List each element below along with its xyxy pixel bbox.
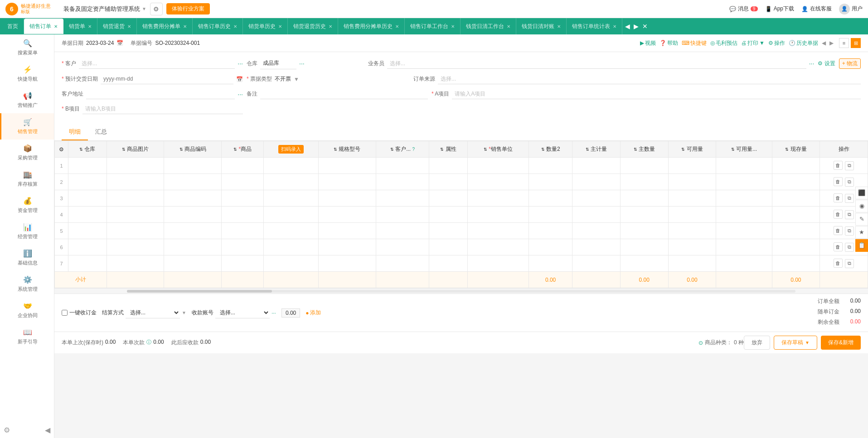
app-download-button[interactable]: 📱 App下载 (765, 5, 794, 13)
invoice-dropdown-icon[interactable]: ▼ (294, 76, 299, 82)
one-key-checkout-checkbox[interactable] (62, 310, 68, 316)
customer-input[interactable] (79, 58, 235, 69)
close-icon[interactable]: ✕ (507, 24, 510, 29)
history-button[interactable]: 🕐 历史单据 (789, 39, 818, 47)
calendar-icon[interactable]: 📅 (116, 40, 123, 46)
close-icon[interactable]: ✕ (183, 24, 187, 29)
scan-button[interactable]: 扫码录入 (278, 145, 304, 154)
shortcut-button[interactable]: ⌨ 快捷键 (682, 39, 707, 47)
print-button[interactable]: 🖨 打印 ▼ (741, 39, 765, 47)
close-icon[interactable]: ✕ (278, 24, 282, 29)
sidebar-item-system[interactable]: ⚙️ 系统管理 (0, 271, 54, 297)
sidebar-item-purchase[interactable]: 📦 采购管理 (0, 140, 54, 166)
sidebar-item-finance[interactable]: 💰 资金管理 (0, 192, 54, 218)
tab-fee-history[interactable]: 销售费用分摊单历史 ✕ (338, 18, 405, 34)
settings-button[interactable]: ⚙ (150, 3, 163, 15)
settings-link[interactable]: ⚙ 设置 (818, 58, 835, 69)
nav-prev-arrow[interactable]: ◀ (623, 23, 632, 30)
copy-row-button[interactable]: ⧉ (845, 210, 854, 219)
order-source-input[interactable] (438, 74, 861, 84)
nav-prev-icon[interactable]: ◀ (822, 40, 826, 46)
tab-detail[interactable]: 明细 (62, 124, 88, 140)
close-icon[interactable]: ✕ (395, 24, 399, 29)
col-settings[interactable]: ⚙ (55, 141, 68, 158)
copy-row-button[interactable]: ⧉ (845, 178, 854, 187)
tab-sales-bill[interactable]: 销货单 ✕ (63, 18, 97, 34)
bank-account-select[interactable]: 选择... (215, 307, 270, 318)
sidebar-item-quick-nav[interactable]: ⚡ 快捷导航 (0, 61, 54, 87)
b-project-input[interactable] (82, 104, 243, 114)
a-project-input[interactable] (452, 89, 861, 99)
copy-row-button[interactable]: ⧉ (845, 259, 854, 268)
right-panel-btn-4[interactable]: ★ (855, 226, 868, 239)
tab-order-history[interactable]: 销售订单历史 ✕ (193, 18, 243, 34)
delete-row-button[interactable]: 🗑 (834, 193, 843, 202)
settings-bottom-icon[interactable]: ⚙ (4, 426, 10, 434)
close-icon[interactable]: ✕ (557, 24, 561, 29)
column-settings-icon[interactable]: ⚙ (59, 146, 64, 153)
tab-sales-return[interactable]: 销货退货 ✕ (97, 18, 137, 34)
scroll-track[interactable] (127, 290, 795, 293)
tab-sales-order[interactable]: 销售订单 ✕ (24, 19, 63, 34)
delete-row-button[interactable]: 🗑 (834, 259, 843, 268)
add-material-button[interactable]: + 物流 (839, 58, 861, 69)
delete-row-button[interactable]: 🗑 (834, 177, 843, 186)
tab-daily-clear[interactable]: 钱货日清工作台 ✕ (461, 18, 516, 34)
save-draft-chevron[interactable]: ▼ (805, 340, 810, 345)
discard-button[interactable]: 放弃 (744, 336, 770, 350)
salesperson-input[interactable] (387, 58, 806, 69)
tab-order-workbench[interactable]: 销售订单工作台 ✕ (405, 18, 461, 34)
right-panel-btn-2[interactable]: ◉ (855, 200, 868, 212)
user-menu[interactable]: 👤 用户 (839, 4, 863, 14)
tab-reconcile[interactable]: 钱货日清对账 ✕ (516, 18, 567, 34)
nav-next-icon[interactable]: ▶ (829, 40, 834, 46)
collapse-sidebar-icon[interactable]: ◀ (45, 426, 50, 434)
operation-button[interactable]: ⚙ 操作 (768, 39, 785, 47)
sidebar-item-operations[interactable]: 📊 经营管理 (0, 218, 54, 245)
delete-row-button[interactable]: 🗑 (834, 210, 843, 219)
tab-stats[interactable]: 销售订单统计表 ✕ (567, 18, 622, 34)
delete-row-button[interactable]: 🗑 (834, 161, 843, 170)
add-payment-button[interactable]: ● 添加 (305, 309, 320, 317)
close-icon[interactable]: ✕ (329, 24, 332, 29)
view-video-button[interactable]: ▶ 视频 (640, 39, 656, 47)
close-icon[interactable]: ✕ (613, 24, 616, 29)
sidebar-item-basic-info[interactable]: ℹ️ 基础信息 (0, 245, 54, 271)
payment-method-select[interactable]: 选择... (126, 307, 180, 318)
delete-row-button[interactable]: 🗑 (834, 242, 843, 251)
copy-row-button[interactable]: ⧉ (845, 243, 854, 252)
scroll-thumb[interactable] (127, 290, 272, 293)
tab-summary[interactable]: 汇总 (88, 124, 114, 140)
one-key-checkout-label[interactable]: 一键收订金 (62, 309, 97, 317)
tab-home[interactable]: 首页 (2, 18, 24, 34)
delivery-date-input[interactable] (101, 74, 233, 84)
address-dots-button[interactable]: ··· (238, 91, 243, 98)
nav-close-all[interactable]: ✕ (640, 23, 650, 30)
sidebar-item-marketing[interactable]: 📢 营销推广 (0, 87, 54, 113)
right-panel-btn-3[interactable]: ✎ (855, 213, 868, 226)
sidebar-item-guide[interactable]: 📖 新手引导 (0, 323, 54, 350)
save-new-button[interactable]: 保存&新增 (821, 336, 861, 350)
help-button[interactable]: ❓ 帮助 (659, 39, 678, 47)
message-button[interactable]: 💬 消息 9 (729, 5, 758, 13)
right-panel-btn-1[interactable]: ⬛ (855, 187, 868, 199)
online-service-button[interactable]: 👤 在线客服 (801, 5, 832, 13)
nav-next-arrow[interactable]: ▶ (632, 23, 640, 30)
copy-row-button[interactable]: ⧉ (845, 194, 854, 203)
note-input[interactable] (260, 89, 428, 99)
calendar2-icon[interactable]: 📅 (236, 76, 243, 82)
delete-row-button[interactable]: 🗑 (834, 226, 843, 235)
close-icon[interactable]: ✕ (88, 24, 92, 29)
sidebar-item-inventory[interactable]: 🏬 库存核算 (0, 166, 54, 192)
sidebar-item-sales[interactable]: 🛒 销售管理 (0, 113, 54, 140)
tab-sales-fee[interactable]: 销售费用分摊单 ✕ (137, 18, 193, 34)
bank-dots-button[interactable]: ··· (272, 310, 276, 316)
warehouse-dots-button[interactable]: ··· (299, 60, 305, 67)
close-icon[interactable]: ✕ (127, 24, 131, 29)
copy-row-button[interactable]: ⧉ (845, 161, 854, 170)
tab-bill-history[interactable]: 销货单历史 ✕ (243, 18, 288, 34)
scroll-bar[interactable] (54, 288, 868, 294)
sidebar-item-search[interactable]: 🔍 搜索菜单 (0, 34, 54, 61)
tab-return-history[interactable]: 销货退货历史 ✕ (288, 18, 338, 34)
system-title[interactable]: 装备及固定资产辅助管理系统 ▼ (63, 5, 146, 13)
